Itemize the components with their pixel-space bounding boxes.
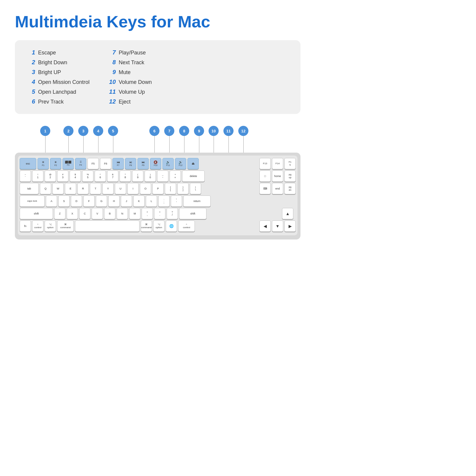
key-comma[interactable]: <, — [142, 208, 153, 219]
key-f11[interactable]: 🔉F11 — [162, 158, 174, 169]
key-f2[interactable]: ☀F2 — [50, 158, 61, 169]
key-f10[interactable]: 🔇F10 — [150, 158, 161, 169]
key-6[interactable]: ^6 — [95, 170, 106, 182]
connector-line-4 — [98, 136, 98, 153]
key-d[interactable]: D — [71, 195, 82, 207]
legend-item: 4Open Mission Control — [27, 79, 90, 85]
key-esc[interactable]: esc — [20, 158, 36, 169]
key-tab[interactable]: tab — [20, 183, 39, 194]
key-delete[interactable]: delete — [182, 170, 205, 182]
key-rshift[interactable]: shift — [179, 208, 206, 219]
key-i[interactable]: I — [127, 183, 139, 194]
key-f13[interactable]: F13 — [259, 158, 271, 169]
key-2[interactable]: @2 — [45, 170, 56, 182]
key-slash[interactable]: ?/ — [167, 208, 178, 219]
key-return[interactable]: return — [183, 195, 211, 207]
connector-line-3 — [83, 136, 84, 153]
key-m[interactable]: M — [129, 208, 140, 219]
key-eject[interactable]: ⏏ — [187, 158, 199, 169]
key-0[interactable]: )0 — [145, 170, 156, 182]
key-r[interactable]: R — [77, 183, 89, 194]
key-p[interactable]: P — [152, 183, 164, 194]
key-3[interactable]: #3 — [57, 170, 68, 182]
key-end[interactable]: end — [272, 183, 283, 194]
key-1[interactable]: !1 — [32, 170, 43, 182]
key-left[interactable]: ◀ — [259, 220, 271, 232]
key-8[interactable]: *8 — [120, 170, 131, 182]
connector-line-10 — [214, 136, 214, 153]
key-f14[interactable]: F14 — [272, 158, 283, 169]
key-lcommand[interactable]: ⌘command — [57, 220, 74, 232]
key-globe[interactable]: 🌐 — [166, 220, 177, 232]
key-x[interactable]: X — [67, 208, 78, 219]
key-f8[interactable]: ⏯F8 — [125, 158, 136, 169]
key-pgup[interactable]: pgup — [284, 170, 296, 182]
legend-box: 1Escape2Bright Down3Bright UP4Open Missi… — [15, 40, 300, 114]
key-semicolon[interactable]: :; — [158, 195, 170, 207]
key-9[interactable]: (9 — [132, 170, 143, 182]
key-backslash[interactable]: |\ — [190, 183, 201, 194]
key-f[interactable]: F — [83, 195, 95, 207]
key-fn[interactable]: fn — [20, 220, 31, 232]
key-down[interactable]: ▼ — [272, 220, 283, 232]
key-pgdn[interactable]: pgdn — [284, 183, 296, 194]
key-b[interactable]: B — [104, 208, 115, 219]
key-insert[interactable]: □ — [259, 170, 271, 182]
key-rcontrol[interactable]: ^control — [178, 220, 195, 232]
key-e[interactable]: E — [65, 183, 76, 194]
key-v[interactable]: V — [92, 208, 103, 219]
key-y[interactable]: Y — [102, 183, 114, 194]
key-f4[interactable]: ⠿F4 — [75, 158, 86, 169]
key-quote[interactable]: "' — [171, 195, 182, 207]
key-period[interactable]: >. — [154, 208, 165, 219]
key-o[interactable]: O — [140, 183, 151, 194]
key-c[interactable]: C — [79, 208, 90, 219]
key-f12[interactable]: 🔊F12 — [175, 158, 186, 169]
key-equals[interactable]: += — [170, 170, 181, 182]
key-lbracket[interactable]: {[ — [165, 183, 176, 194]
key-f15[interactable]: F15 — [284, 158, 296, 169]
key-rcommand[interactable]: ⌘command — [141, 220, 152, 232]
key-right[interactable]: ▶ — [284, 220, 296, 232]
key-f5[interactable]: F5 — [87, 158, 99, 169]
key-j[interactable]: J — [121, 195, 132, 207]
key-home[interactable]: home — [272, 170, 283, 182]
key-a[interactable]: A — [46, 195, 57, 207]
key-space[interactable] — [75, 220, 140, 232]
key-z[interactable]: Z — [54, 208, 65, 219]
bubble-7: 7 — [164, 126, 174, 136]
key-s[interactable]: S — [58, 195, 70, 207]
key-u[interactable]: U — [115, 183, 126, 194]
key-tilde[interactable]: ~` — [20, 170, 31, 182]
key-up[interactable]: ▲ — [282, 208, 293, 219]
key-f3[interactable]: ⬛⬛F3 — [62, 158, 74, 169]
key-5[interactable]: %5 — [82, 170, 93, 182]
key-f1[interactable]: ☀F1 — [37, 158, 49, 169]
key-l[interactable]: L — [146, 195, 157, 207]
key-fn-icon[interactable]: ⌨ — [259, 183, 271, 194]
legend-item: 6Prev Track — [27, 98, 90, 105]
key-k[interactable]: K — [133, 195, 145, 207]
key-f6[interactable]: F6 — [100, 158, 111, 169]
key-7[interactable]: &7 — [107, 170, 118, 182]
bottom-row: fn ^control ⌥option ⌘command ⌘command ⌥o… — [20, 220, 296, 232]
connector-line-12 — [243, 136, 244, 153]
key-t[interactable]: T — [90, 183, 101, 194]
key-roption[interactable]: ⌥option — [153, 220, 165, 232]
key-4[interactable]: $4 — [70, 170, 81, 182]
key-w[interactable]: W — [52, 183, 64, 194]
key-rbracket[interactable]: }] — [177, 183, 189, 194]
key-f9[interactable]: ⏭F9 — [137, 158, 149, 169]
legend-item: 10Volume Down — [107, 79, 152, 85]
key-f7[interactable]: ⏮F7 — [112, 158, 124, 169]
key-lcontrol[interactable]: ^control — [32, 220, 43, 232]
shift-row: shift Z X C V B N M <, >. ?/ shift ▲ — [20, 208, 296, 219]
key-minus[interactable]: _- — [157, 170, 168, 182]
key-n[interactable]: N — [117, 208, 128, 219]
key-loption[interactable]: ⌥option — [45, 220, 56, 232]
key-g[interactable]: G — [96, 195, 107, 207]
key-lshift[interactable]: shift — [20, 208, 53, 219]
key-capslock[interactable]: caps lock — [20, 195, 45, 207]
key-h[interactable]: H — [108, 195, 120, 207]
key-q[interactable]: Q — [40, 183, 51, 194]
